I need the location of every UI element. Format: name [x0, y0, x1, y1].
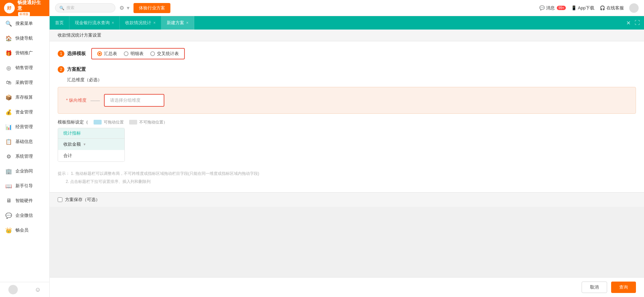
tab-collection-stats-close[interactable]: ×: [153, 20, 156, 25]
metrics-table-header: 统计指标: [58, 128, 124, 139]
settings-card: 1 选择模板 汇总表 明细表 交叉统计表: [50, 41, 644, 192]
arrow-right-icon: ——: [91, 98, 100, 103]
dimension-title: 汇总维度（必选）: [67, 77, 636, 83]
message-badge: 99+: [557, 6, 566, 10]
tab-expand-icon[interactable]: ⛶: [635, 20, 640, 26]
sidebar-item-inventory[interactable]: 📦 库存核算: [0, 90, 49, 105]
hint-non-draggable-item: 不可拖动位置）: [129, 119, 167, 125]
cancel-button[interactable]: 取消: [582, 282, 607, 293]
sidebar-item-purchase[interactable]: 🛍 采购管理: [0, 75, 49, 90]
step1-label: 选择模板: [67, 51, 86, 57]
tab-new-plan[interactable]: 新建方案 ×: [161, 16, 194, 30]
purchase-icon: 🛍: [5, 80, 12, 86]
metrics-table-data-row[interactable]: 收款金额 ▾: [58, 139, 124, 150]
sidebar-item-enterprise[interactable]: 🏢 企业协同: [0, 164, 49, 179]
topbar-right: 💬 消息 99+ 📱 App下载 🎧 在线客服: [539, 3, 639, 13]
hardware-icon: 🖥: [5, 198, 12, 204]
query-button[interactable]: 查询: [611, 282, 636, 293]
hint-non-draggable-label: 不可拖动位置）: [139, 119, 167, 125]
step1-badge: 1: [58, 50, 64, 57]
metrics-section-label-text: 模板指标设定（: [58, 119, 88, 125]
message-item[interactable]: 💬 消息 99+: [539, 5, 566, 11]
radio-summary-label: 汇总表: [104, 51, 117, 57]
tab-cash-bank-close[interactable]: ×: [112, 20, 114, 25]
sidebar-item-search-menu[interactable]: 🔍 搜索菜单: [0, 16, 49, 31]
tip1-text: 1. 拖动标题栏可以调整布局，不可跨维度或指标区域拖动栏目字段(只能在同一维度或…: [71, 171, 259, 176]
step2-header: 2 方案配置: [58, 66, 636, 73]
tab-close-all-icon[interactable]: ✕: [626, 20, 631, 26]
tip2: 2. 点击标题栏下拉可设置排序、插入列和删除列: [58, 178, 636, 186]
radio-detail-label: 明细表: [130, 51, 144, 57]
dimension-select[interactable]: 请选择分组维度: [104, 94, 164, 107]
save-checkbox[interactable]: [58, 197, 62, 202]
sidebar-bottom-icon2[interactable]: ☺: [35, 286, 41, 293]
radio-summary-dot: [97, 51, 102, 56]
radio-cross-label: 交叉统计表: [157, 51, 179, 57]
download-icon: 📱: [571, 5, 577, 10]
radio-cross-dot: [150, 51, 155, 56]
tab-collection-stats[interactable]: 收款情况统计 ×: [120, 16, 161, 30]
tab-bar: 首页 现金银行流水查询 × 收款情况统计 × 新建方案 × ✕ ⛶: [50, 16, 644, 30]
tabs-end: ✕ ⛶: [622, 16, 644, 30]
sidebar-item-label: 企业微信: [15, 212, 33, 218]
sidebar-item-label: 新手引导: [15, 183, 33, 189]
sidebar-item-quick-nav[interactable]: 🏠 快捷导航: [0, 31, 49, 46]
sidebar-item-label: 搜索菜单: [15, 20, 33, 27]
radio-summary[interactable]: 汇总表: [97, 51, 117, 57]
enterprise-icon: 🏢: [5, 168, 12, 175]
metrics-row-label: 收款金额: [63, 141, 81, 147]
sidebar-item-label: 资金管理: [15, 109, 33, 115]
topbar-search[interactable]: 🔍 搜索: [55, 3, 115, 12]
tip1: 提示： 1. 拖动标题栏可以调整布局，不可跨维度或指标区域拖动栏目字段(只能在同…: [58, 169, 636, 178]
tip2-text: 2. 点击标题栏下拉可设置排序、插入列和删除列: [66, 179, 151, 184]
sidebar-item-finance[interactable]: 💰 资金管理: [0, 105, 49, 119]
tab-home[interactable]: 首页: [50, 16, 69, 30]
gear-icon[interactable]: ⚙: [119, 5, 124, 11]
step2-label: 方案配置: [67, 66, 86, 72]
sidebar-item-marketing[interactable]: 🎁 营销推广: [0, 46, 49, 60]
radio-cross[interactable]: 交叉统计表: [150, 51, 179, 57]
sidebar-item-hardware[interactable]: 🖥 智能硬件: [0, 193, 49, 208]
sidebar-item-label: 企业协同: [15, 168, 33, 174]
sidebar-item-label: 销售管理: [15, 65, 33, 71]
operation-icon: 📊: [5, 124, 12, 130]
download-item[interactable]: 📱 App下载: [571, 5, 594, 11]
trial-button[interactable]: 体验行业方案: [133, 3, 170, 13]
guide-icon: 📖: [5, 183, 12, 189]
page-title: 收款情况统计方案设置: [58, 33, 101, 38]
sales-icon: ◎: [5, 65, 12, 71]
user-avatar[interactable]: [629, 3, 639, 13]
dropdown-icon[interactable]: ▾: [127, 5, 129, 11]
sidebar-item-guide[interactable]: 📖 新手引导: [0, 179, 49, 193]
tab-new-plan-label: 新建方案: [167, 20, 184, 26]
metrics-hint-row: 模板指标设定（ 可拖动位置 不可拖动位置）: [58, 119, 636, 125]
sidebar-bottom-avatar[interactable]: [8, 285, 18, 294]
page-content: 收款情况统计方案设置 1 选择模板 汇总表 明细表: [50, 30, 644, 277]
dimension-row: * 纵向维度 —— 请选择分组维度: [66, 94, 628, 107]
hint-draggable-item: 可拖动位置: [94, 119, 124, 125]
wechat-icon: 💬: [5, 212, 12, 219]
metrics-dropdown-icon[interactable]: ▾: [84, 142, 86, 147]
radio-detail[interactable]: 明细表: [124, 51, 144, 57]
tab-new-plan-close[interactable]: ×: [186, 20, 189, 25]
tab-cash-bank[interactable]: 现金银行流水查询 ×: [69, 16, 120, 30]
hint-draggable-swatch: [94, 120, 102, 125]
dimension-area: * 纵向维度 —— 请选择分组维度: [58, 87, 636, 114]
sidebar-item-basic-info[interactable]: 📋 基础信息: [0, 134, 49, 149]
app-name: 畅捷通好生意: [17, 0, 45, 11]
sidebar-item-sales[interactable]: ◎ 销售管理: [0, 60, 49, 75]
system-icon: ⚙: [5, 153, 12, 160]
step2-section: 2 方案配置 汇总维度（必选） * 纵向维度 —— 请选择分组维度: [58, 66, 636, 186]
sidebar-item-wechat[interactable]: 💬 企业微信: [0, 208, 49, 223]
logo-icon: 好: [4, 3, 15, 13]
quick-nav-icon: 🏠: [5, 35, 12, 42]
download-label: App下载: [578, 5, 594, 11]
service-item[interactable]: 🎧 在线客服: [600, 5, 624, 11]
sidebar-item-operation[interactable]: 📊 经营管理: [0, 119, 49, 134]
member-icon: 👑: [5, 227, 12, 234]
search-menu-icon: 🔍: [5, 20, 12, 27]
bottom-action-bar: 取消 查询: [50, 277, 644, 297]
dimension-label: * 纵向维度: [66, 97, 87, 103]
sidebar-item-member[interactable]: 👑 畅会员: [0, 223, 49, 238]
sidebar-item-system[interactable]: ⚙ 系统管理: [0, 149, 49, 164]
